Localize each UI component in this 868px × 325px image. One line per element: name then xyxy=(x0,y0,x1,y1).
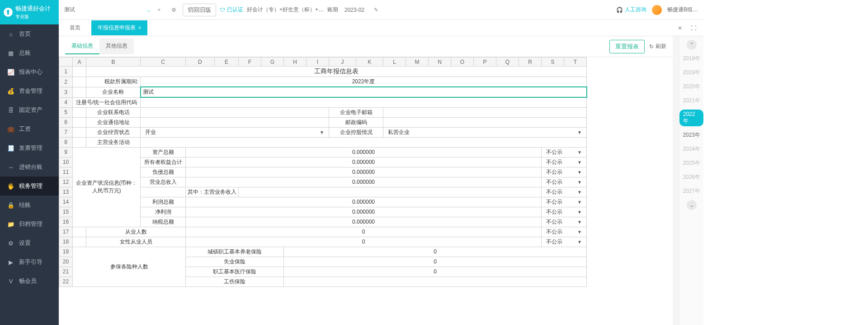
insurance-label[interactable]: 职工基本医疗保险 xyxy=(186,267,284,277)
col-header[interactable]: S xyxy=(542,57,564,67)
addr-input[interactable] xyxy=(141,117,329,127)
edit-icon[interactable]: ✎ xyxy=(371,5,382,15)
holding-select[interactable]: 私营企业▼ xyxy=(383,127,587,137)
year-item[interactable]: 2023年 xyxy=(683,130,700,140)
row-header[interactable]: 5 xyxy=(59,107,73,117)
holding-label[interactable]: 企业控股情况 xyxy=(329,127,383,137)
email-input[interactable] xyxy=(383,107,587,117)
row-header[interactable]: 18 xyxy=(59,237,73,247)
sidebar-item-salary[interactable]: 💼工资 xyxy=(0,119,59,139)
year-item[interactable]: 2021年 xyxy=(683,96,700,106)
insurance-value[interactable]: 0 xyxy=(284,247,587,257)
company-name-label[interactable]: 企业名称 xyxy=(86,87,141,97)
row-header[interactable]: 1 xyxy=(59,67,73,77)
mainbiz-input[interactable] xyxy=(141,137,587,147)
visibility-select[interactable]: 不公示▼ xyxy=(542,187,587,197)
year-item[interactable]: 2027年 xyxy=(683,186,700,196)
tax-period-value[interactable]: 2022年度 xyxy=(141,77,587,87)
col-header[interactable]: B xyxy=(86,57,141,67)
user-name[interactable]: 畅捷通B组… xyxy=(667,6,698,14)
row-header[interactable]: 3 xyxy=(59,87,73,97)
sidebar-item-tax[interactable]: 🖐税务管理 xyxy=(0,177,59,196)
sidebar-item-cash[interactable]: 💰资金管理 xyxy=(0,81,59,100)
visibility-select[interactable]: 不公示▼ xyxy=(542,167,587,177)
year-down-icon[interactable]: ⌄ xyxy=(687,200,697,210)
col-header[interactable]: K xyxy=(356,57,383,67)
row-header[interactable]: 8 xyxy=(59,137,73,147)
row-header[interactable]: 4 xyxy=(59,97,73,107)
tab-首页[interactable]: 首页 xyxy=(63,20,87,35)
row-header[interactable]: 19 xyxy=(59,247,73,257)
employees-input[interactable]: 0 xyxy=(186,227,542,237)
year-item[interactable]: 2026年 xyxy=(683,172,700,182)
row-header[interactable]: 21 xyxy=(59,267,73,277)
sidebar-item-settings[interactable]: ⚙设置 xyxy=(0,234,59,253)
col-header[interactable]: A xyxy=(73,57,86,67)
visibility-select[interactable]: 不公示▼ xyxy=(542,157,587,167)
year-item[interactable]: 2019年 xyxy=(683,67,700,78)
col-header[interactable]: N xyxy=(429,57,451,67)
row-header[interactable]: 6 xyxy=(59,117,73,127)
metric-value[interactable] xyxy=(239,187,542,197)
insurance-value[interactable] xyxy=(284,277,587,287)
visibility-select[interactable]: 不公示▼ xyxy=(542,207,587,217)
col-header[interactable]: F xyxy=(239,57,261,67)
female-label[interactable]: 女性从业人员 xyxy=(86,237,186,247)
col-header[interactable]: P xyxy=(474,57,496,67)
year-up-icon[interactable]: ⌃ xyxy=(687,40,697,50)
switch-old-button[interactable]: 切回旧版 xyxy=(183,4,216,16)
email-label[interactable]: 企业电子邮箱 xyxy=(329,107,383,117)
phone-input[interactable] xyxy=(141,107,329,117)
support-link[interactable]: 🎧人工咨询 xyxy=(616,6,646,14)
metric-label[interactable]: 营业总收入 xyxy=(141,177,186,187)
metric-label[interactable]: 资产总额 xyxy=(141,147,186,157)
col-header[interactable]: T xyxy=(564,57,587,67)
close-tab-icon[interactable]: ✕ xyxy=(675,23,685,33)
row-header[interactable]: 22 xyxy=(59,277,73,287)
addr-label[interactable]: 企业通信地址 xyxy=(86,117,141,127)
sidebar-item-asset[interactable]: 🗄固定资产 xyxy=(0,100,59,119)
insurance-label[interactable]: 工伤保险 xyxy=(186,277,284,287)
row-header[interactable]: 15 xyxy=(59,207,73,217)
visibility-select[interactable]: 不公示▼ xyxy=(542,217,587,227)
employees-label[interactable]: 从业人数 xyxy=(86,227,186,237)
sheet-title[interactable]: 工商年报信息表 xyxy=(86,67,587,77)
metric-value[interactable]: 0.000000 xyxy=(186,197,542,207)
col-header[interactable]: L xyxy=(383,57,406,67)
company-name-input[interactable]: 测试 xyxy=(141,87,587,97)
row-header[interactable]: 17 xyxy=(59,227,73,237)
col-header[interactable]: R xyxy=(519,57,542,67)
col-header[interactable]: Q xyxy=(496,57,519,67)
gear-icon[interactable]: ⚙ xyxy=(168,5,179,15)
year-item[interactable]: 2020年 xyxy=(683,81,700,92)
expand-icon[interactable]: ⛶ xyxy=(688,23,699,33)
sidebar-item-invoice[interactable]: 🧾发票管理 xyxy=(0,139,59,158)
metric-value[interactable]: 0.000000 xyxy=(186,147,542,157)
metric-value[interactable]: 0.000000 xyxy=(186,167,542,177)
row-header[interactable]: 13 xyxy=(59,187,73,197)
company-select[interactable]: 测试 ⌵ xyxy=(64,6,150,14)
col-header[interactable]: G xyxy=(261,57,284,67)
row-header[interactable]: 16 xyxy=(59,217,73,227)
visibility-select[interactable]: 不公示▼ xyxy=(542,227,587,237)
visibility-select[interactable]: 不公示▼ xyxy=(542,197,587,207)
metric-label[interactable]: 负债总额 xyxy=(141,167,186,177)
phone-label[interactable]: 企业联系电话 xyxy=(86,107,141,117)
reset-button[interactable]: 重置报表 xyxy=(609,40,645,53)
metric-label[interactable]: 净利润 xyxy=(141,207,186,217)
year-item[interactable]: 2024年 xyxy=(683,144,700,154)
row-header[interactable]: 9 xyxy=(59,147,73,157)
year-item[interactable]: 2018年 xyxy=(683,53,700,64)
metric-value[interactable]: 0.000000 xyxy=(186,217,542,227)
visibility-select[interactable]: 不公示▼ xyxy=(542,237,587,247)
metric-value[interactable]: 0.000000 xyxy=(186,207,542,217)
reg-input[interactable] xyxy=(141,97,587,107)
sidebar-item-close[interactable]: 🔒结账 xyxy=(0,196,59,215)
insurance-value[interactable]: 0 xyxy=(284,257,587,267)
visibility-select[interactable]: 不公示▼ xyxy=(542,177,587,187)
sidebar-item-guide[interactable]: ▶新手引导 xyxy=(0,253,59,272)
row-header[interactable]: 7 xyxy=(59,127,73,137)
zip-label[interactable]: 邮政编码 xyxy=(329,117,383,127)
metric-label[interactable]: 所有者权益合计 xyxy=(141,157,186,167)
row-header[interactable]: 10 xyxy=(59,157,73,167)
